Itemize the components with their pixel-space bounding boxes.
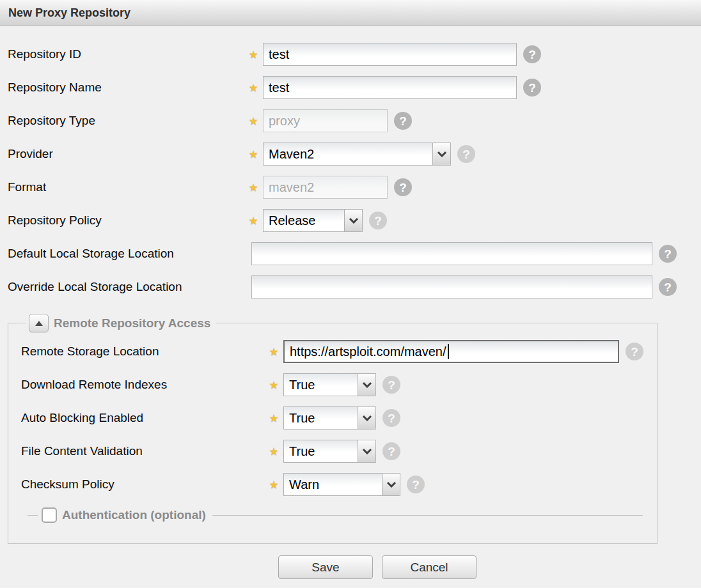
form-row-checksum-policy: Checksum Policy ★ Warn ? [21,468,657,501]
required-star-icon: ★ [269,446,278,457]
help-icon[interactable]: ? [394,112,412,130]
form-row-auto-blocking-enabled: Auto Blocking Enabled ★ True ? [21,401,657,435]
default-local-storage-input[interactable] [251,242,652,265]
panel-titlebar: New Proxy Repository [0,0,701,26]
repository-name-input[interactable] [263,76,517,99]
text-cursor [448,344,449,359]
provider-select[interactable]: Maven2 [263,143,451,166]
save-button[interactable]: Save [278,555,373,579]
override-local-storage-input[interactable] [251,275,652,298]
form-row-repository-policy: Repository Policy ★ Release ? [0,204,701,237]
checksum-policy-select[interactable]: Warn [283,473,400,496]
help-icon[interactable]: ? [382,442,400,460]
chevron-down-icon[interactable] [358,374,375,396]
required-star-icon: ★ [269,479,278,490]
repository-type-label: Repository Type [0,114,244,128]
chevron-down-icon[interactable] [344,210,362,231]
authentication-legend-text: Authentication (optional) [62,508,206,522]
help-icon[interactable]: ? [457,145,475,163]
help-icon[interactable]: ? [382,409,400,427]
authentication-checkbox[interactable] [42,507,57,523]
cancel-button[interactable]: Cancel [382,555,477,579]
new-proxy-repository-panel: New Proxy Repository Repository ID ★ ? R… [0,0,701,588]
form-button-bar: Save Cancel [278,555,701,579]
download-remote-indexes-select[interactable]: True [283,373,376,396]
remote-repository-access-section: Remote Repository Access Remote Storage … [8,314,658,544]
help-icon[interactable]: ? [523,79,541,97]
auto-blocking-enabled-select[interactable]: True [283,406,376,429]
auto-blocking-enabled-selected-value: True [284,407,358,429]
format-label: Format [0,180,244,194]
form-row-repository-id: Repository ID ★ ? [0,38,701,71]
required-star-icon: ★ [248,215,258,226]
required-star-icon: ★ [248,116,258,127]
fieldset-line [212,515,643,516]
checksum-policy-label: Checksum Policy [21,477,264,491]
file-content-validation-select[interactable]: True [283,440,376,463]
chevron-down-icon[interactable] [432,143,450,165]
help-icon[interactable]: ? [369,212,387,229]
form-row-download-remote-indexes: Download Remote Indexes ★ True ? [21,368,657,401]
repository-id-input[interactable] [263,43,517,66]
remote-storage-location-input[interactable]: https://artsploit.com/maven/ [283,340,619,363]
form-row-format: Format ★ ? [0,171,701,204]
file-content-validation-selected-value: True [284,440,358,462]
override-local-storage-label: Override Local Storage Location [0,280,244,294]
repository-type-input [263,109,388,132]
help-icon[interactable]: ? [659,245,677,263]
repository-id-label: Repository ID [0,47,244,61]
authentication-section-header: Authentication (optional) [28,501,657,529]
provider-selected-value: Maven2 [264,143,432,165]
help-icon[interactable]: ? [394,178,412,196]
chevron-up-icon [35,320,43,327]
download-remote-indexes-label: Download Remote Indexes [21,378,264,392]
required-star-icon: ★ [269,346,278,357]
required-star-icon: ★ [269,413,278,424]
form-row-file-content-validation: File Content Validation ★ True ? [21,435,657,468]
fieldset-dash [28,515,38,516]
collapse-section-button[interactable] [29,314,49,332]
checksum-policy-selected-value: Warn [284,474,382,495]
auto-blocking-enabled-label: Auto Blocking Enabled [21,411,264,425]
chevron-down-icon[interactable] [382,474,400,495]
panel-title: New Proxy Repository [8,6,130,20]
form-row-repository-name: Repository Name ★ ? [0,71,701,104]
form-row-provider: Provider ★ Maven2 ? [0,137,701,171]
remote-storage-location-label: Remote Storage Location [21,344,264,359]
form-row-override-local-storage: Override Local Storage Location ? [0,270,701,304]
chevron-down-icon[interactable] [358,440,375,462]
required-star-icon: ★ [248,182,258,193]
format-input [263,176,388,199]
provider-label: Provider [0,147,244,161]
file-content-validation-label: File Content Validation [21,444,264,458]
help-icon[interactable]: ? [523,45,541,63]
section-legend-text: Remote Repository Access [54,316,210,330]
required-star-icon: ★ [248,49,258,60]
download-remote-indexes-selected-value: True [284,374,358,396]
form-row-default-local-storage: Default Local Storage Location ? [0,237,701,270]
remote-storage-location-value: https://artsploit.com/maven/ [290,344,446,359]
help-icon[interactable]: ? [407,476,425,493]
required-star-icon: ★ [269,380,278,391]
repository-policy-selected-value: Release [264,210,344,231]
default-local-storage-label: Default Local Storage Location [0,247,244,261]
help-icon[interactable]: ? [382,376,400,394]
help-icon[interactable]: ? [626,343,643,360]
repository-form: Repository ID ★ ? Repository Name ★ ? Re… [0,26,701,544]
required-star-icon: ★ [248,149,258,160]
required-star-icon: ★ [248,82,258,93]
repository-policy-select[interactable]: Release [263,209,363,232]
form-row-remote-storage-location: Remote Storage Location ★ https://artspl… [21,335,657,368]
chevron-down-icon[interactable] [358,407,375,429]
help-icon[interactable]: ? [659,278,677,296]
form-row-repository-type: Repository Type ★ ? [0,104,701,137]
repository-name-label: Repository Name [0,81,244,95]
repository-policy-label: Repository Policy [0,213,244,228]
